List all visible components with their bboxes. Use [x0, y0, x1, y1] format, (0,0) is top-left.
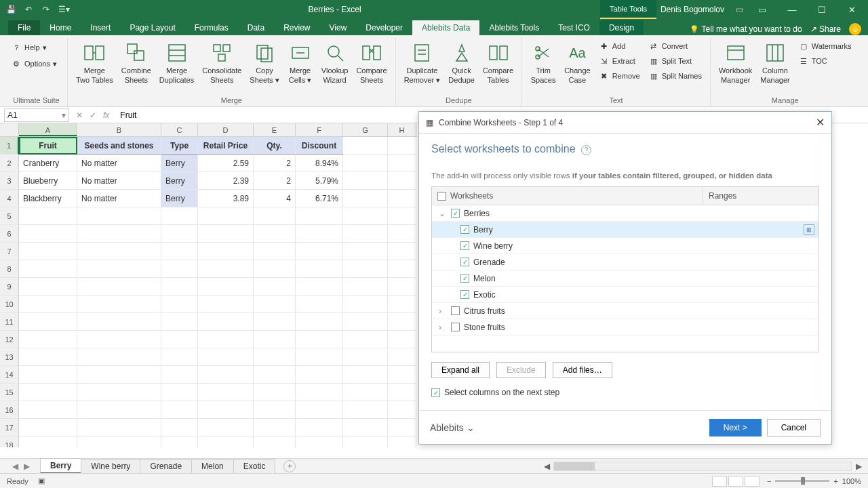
cell[interactable]: [19, 260, 77, 278]
select-all-corner[interactable]: [0, 123, 19, 136]
cell[interactable]: [388, 278, 416, 296]
vlookup-wizard-button[interactable]: Vlookup Wizard: [317, 38, 353, 88]
cell[interactable]: [388, 419, 416, 436]
group-checkbox[interactable]: [451, 323, 460, 331]
maximize-icon[interactable]: ☐: [810, 5, 834, 15]
touch-mode-icon[interactable]: ☰▾: [58, 4, 69, 15]
split-names-button[interactable]: ▥Split Names: [647, 69, 703, 83]
cell[interactable]: [388, 384, 416, 401]
spreadsheet-grid[interactable]: A B C D E F G H 1FruitSeeds and stonesTy…: [0, 123, 417, 447]
cell[interactable]: [343, 313, 388, 331]
scroll-right-icon[interactable]: ▶: [853, 462, 864, 471]
cell[interactable]: [296, 348, 343, 366]
remove-button[interactable]: ✖Remove: [597, 69, 642, 83]
cell[interactable]: [343, 260, 388, 278]
cell[interactable]: [254, 401, 296, 419]
zoom-out-icon[interactable]: −: [767, 477, 771, 485]
page-layout-view-icon[interactable]: [728, 476, 743, 487]
options-button[interactable]: ⚙Options ▾: [9, 57, 58, 70]
cell[interactable]: Berry: [161, 172, 198, 190]
user-avatar-icon[interactable]: ▭: [734, 4, 745, 15]
convert-button[interactable]: ⇄Convert: [647, 39, 703, 53]
tab-data[interactable]: Data: [238, 20, 274, 35]
cell[interactable]: [161, 436, 198, 447]
cell[interactable]: [343, 155, 388, 172]
cell[interactable]: [296, 225, 343, 243]
cell[interactable]: [343, 207, 388, 225]
cell[interactable]: [19, 243, 77, 260]
row-header[interactable]: 7: [0, 243, 19, 260]
row-header[interactable]: 17: [0, 419, 19, 436]
help-button[interactable]: ？Help ▾: [9, 41, 58, 54]
copy-sheets-button[interactable]: Copy Sheets ▾: [245, 38, 283, 88]
row-header[interactable]: 6: [0, 225, 19, 243]
cell[interactable]: [161, 401, 198, 419]
h-scrollbar[interactable]: [553, 462, 852, 471]
range-picker-icon[interactable]: ⊞: [804, 224, 814, 235]
watermarks-button[interactable]: ▢Watermarks: [797, 39, 853, 53]
cell[interactable]: [19, 366, 77, 384]
cell[interactable]: [388, 436, 416, 447]
row-header[interactable]: 14: [0, 366, 19, 384]
row-header[interactable]: 12: [0, 331, 19, 348]
chevron-down-icon[interactable]: ⌄: [439, 209, 446, 218]
cell[interactable]: 6.71%: [296, 190, 343, 207]
add-text-button[interactable]: ✚Add: [597, 39, 642, 53]
row-header[interactable]: 13: [0, 348, 19, 366]
tab-review[interactable]: Review: [274, 20, 319, 35]
change-case-button[interactable]: AaChange Case: [560, 38, 595, 88]
row-header[interactable]: 9: [0, 278, 19, 296]
cell[interactable]: [198, 331, 254, 348]
undo-icon[interactable]: ↶: [23, 4, 34, 15]
tab-insert[interactable]: Insert: [81, 20, 120, 35]
cell[interactable]: [198, 419, 254, 436]
cell[interactable]: [343, 190, 388, 207]
sheet-tab[interactable]: Wine berry: [81, 459, 140, 473]
add-files-button[interactable]: Add files…: [553, 362, 612, 378]
cell[interactable]: [254, 419, 296, 436]
cell[interactable]: [161, 260, 198, 278]
cell[interactable]: [19, 401, 77, 419]
cell[interactable]: [388, 401, 416, 419]
combine-sheets-button[interactable]: Combine Sheets: [117, 38, 155, 88]
sheet-tab[interactable]: Grenade: [140, 459, 192, 473]
cell[interactable]: [343, 401, 388, 419]
cell[interactable]: [254, 313, 296, 331]
tell-me-search[interactable]: Tell me what you want to do: [690, 24, 802, 34]
cell[interactable]: [161, 296, 198, 313]
cell[interactable]: [77, 401, 161, 419]
cell[interactable]: [343, 137, 388, 155]
help-circle-icon[interactable]: ?: [581, 145, 591, 155]
row-header[interactable]: 15: [0, 384, 19, 401]
cell[interactable]: [254, 243, 296, 260]
next-button[interactable]: Next >: [709, 419, 762, 436]
toc-button[interactable]: ☰TOC: [797, 54, 853, 68]
row-header[interactable]: 2: [0, 155, 19, 172]
cell[interactable]: [77, 296, 161, 313]
cell[interactable]: [296, 207, 343, 225]
cell[interactable]: [343, 243, 388, 260]
compare-tables-button[interactable]: Compare Tables: [479, 38, 517, 88]
cell[interactable]: [343, 278, 388, 296]
cell[interactable]: Cranberry: [19, 155, 77, 172]
zoom-slider[interactable]: [775, 480, 829, 482]
tab-test-ico[interactable]: Test ICO: [549, 20, 599, 35]
col-header-c[interactable]: C: [161, 123, 198, 136]
tab-page-layout[interactable]: Page Layout: [120, 20, 184, 35]
user-name[interactable]: Denis Bogomolov: [656, 5, 728, 14]
cell[interactable]: Discount: [296, 137, 343, 155]
save-icon[interactable]: 💾: [5, 4, 16, 15]
enter-formula-icon[interactable]: ✓: [90, 110, 96, 120]
cell[interactable]: [388, 260, 416, 278]
cell[interactable]: [77, 436, 161, 447]
cell[interactable]: Blueberry: [19, 172, 77, 190]
col-header-a[interactable]: A: [19, 123, 77, 136]
cell[interactable]: [198, 436, 254, 447]
feedback-icon[interactable]: ☺: [849, 23, 861, 35]
zoom-level[interactable]: 100%: [842, 477, 861, 485]
cell[interactable]: [296, 384, 343, 401]
select-columns-checkbox[interactable]: ✓Select columns on the next step: [431, 388, 819, 397]
cell[interactable]: [19, 348, 77, 366]
cell[interactable]: [19, 296, 77, 313]
cell[interactable]: [254, 331, 296, 348]
